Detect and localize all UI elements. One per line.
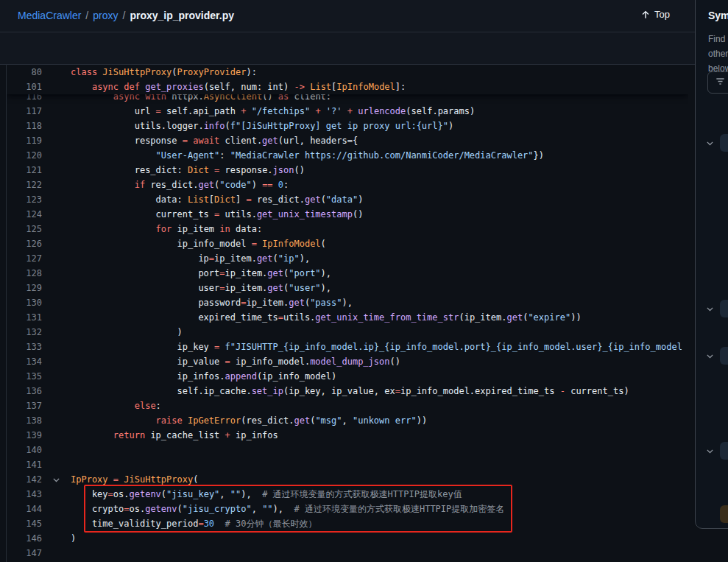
code-text <box>71 443 688 457</box>
line-number[interactable]: 143 <box>7 487 42 502</box>
code-text: for ip_item in data: <box>71 222 688 236</box>
line-expander-gutter <box>42 222 71 236</box>
line-number[interactable]: 123 <box>7 192 42 207</box>
symbols-panel: Symbols Find definitions and references … <box>695 0 728 529</box>
line-expander-gutter <box>42 266 71 281</box>
line-expander-gutter <box>42 251 71 266</box>
code-line: 144 crypto=os.getenv("jisu_crypto", ""),… <box>7 502 688 516</box>
code-line: 142IpProxy = JiSuHttpProxy( <box>7 472 688 487</box>
breadcrumb-separator: / <box>118 10 130 21</box>
line-number[interactable]: 135 <box>7 369 42 384</box>
line-number[interactable]: 128 <box>7 266 42 281</box>
chevron-down-icon[interactable] <box>705 304 715 314</box>
code-text: ) <box>71 531 688 546</box>
line-expander-gutter <box>42 133 71 148</box>
line-number[interactable]: 120 <box>7 148 42 163</box>
line-number[interactable]: 145 <box>7 516 42 531</box>
line-number[interactable]: 131 <box>7 310 42 325</box>
back-to-top-label: Top <box>654 9 670 20</box>
code-text: data: List[Dict] = res_dict.get("data") <box>71 192 688 207</box>
line-number[interactable]: 140 <box>7 443 42 457</box>
code-text: self.ip_cache.set_ip(ip_key, ip_value, e… <box>71 384 688 398</box>
line-expander-gutter <box>42 192 71 207</box>
line-number[interactable]: 136 <box>7 384 42 398</box>
line-number[interactable]: 125 <box>7 222 42 236</box>
code-line: 127 ip=ip_item.get("ip"), <box>7 251 688 266</box>
breadcrumb-folder-link[interactable]: proxy <box>93 10 118 21</box>
line-number[interactable]: 134 <box>7 354 42 369</box>
line-number[interactable]: 101 <box>7 80 42 94</box>
line-number[interactable]: 144 <box>7 502 42 516</box>
line-number[interactable]: 126 <box>7 236 42 251</box>
code-text: expired_time_ts=utils.get_unix_time_from… <box>71 310 688 325</box>
line-number[interactable]: 132 <box>7 325 42 340</box>
code-text: response = await client.get(url, headers… <box>71 133 688 148</box>
line-number[interactable]: 119 <box>7 133 42 148</box>
code-line: 132 ) <box>7 325 688 340</box>
github-code-view: MediaCrawler/proxy/proxy_ip_provider.py … <box>0 0 728 562</box>
collapse-chevron-icon[interactable] <box>42 472 71 487</box>
line-expander-gutter <box>42 340 71 354</box>
line-expander-gutter <box>42 80 71 94</box>
line-number[interactable]: 118 <box>7 119 42 133</box>
breadcrumb-separator: / <box>81 10 93 21</box>
line-number[interactable]: 141 <box>7 457 42 472</box>
chevron-down-icon[interactable] <box>705 138 715 148</box>
code-viewer: 116 async with httpx.AsyncClient() as cl… <box>6 65 688 562</box>
symbol-tree-item[interactable] <box>720 505 728 523</box>
code-line: 138 raise IpGetError(res_dict.get("msg",… <box>7 413 688 428</box>
breadcrumb-repo-link[interactable]: MediaCrawler <box>18 10 81 21</box>
chevron-down-icon[interactable] <box>705 446 715 456</box>
symbol-chip[interactable] <box>720 300 728 317</box>
line-expander-gutter <box>42 163 71 178</box>
line-expander-gutter <box>42 398 71 413</box>
line-number[interactable]: 117 <box>7 104 42 119</box>
line-number[interactable]: 138 <box>7 413 42 428</box>
line-number[interactable]: 129 <box>7 281 42 295</box>
symbol-tree-item[interactable] <box>705 347 728 365</box>
symbol-chip[interactable] <box>720 442 728 460</box>
symbol-tree-item[interactable] <box>705 134 728 152</box>
line-expander-gutter <box>42 104 71 119</box>
line-number[interactable]: 133 <box>7 340 42 354</box>
line-number[interactable]: 80 <box>7 65 42 80</box>
line-number[interactable]: 121 <box>7 163 42 178</box>
code-line: 126 ip_info_model = IpInfoModel( <box>7 236 688 251</box>
line-expander-gutter <box>42 369 71 384</box>
line-number[interactable]: 122 <box>7 178 42 192</box>
code-text: utils.logger.info(f"[JiSuHttpProxy] get … <box>71 119 688 133</box>
line-expander-gutter <box>42 516 71 531</box>
code-lines: 116 async with httpx.AsyncClient() as cl… <box>7 65 688 561</box>
symbol-tree-item[interactable] <box>705 442 728 460</box>
code-line: 120 "User-Agent": "MediaCrawler https://… <box>7 148 688 163</box>
code-text: password=ip_item.get("pass"), <box>71 295 688 310</box>
line-number[interactable]: 130 <box>7 295 42 310</box>
code-text: return ip_cache_list + ip_infos <box>71 428 688 443</box>
line-number[interactable]: 146 <box>7 531 42 546</box>
chevron-down-icon[interactable] <box>705 351 715 361</box>
line-expander-gutter <box>42 428 71 443</box>
line-number[interactable]: 142 <box>7 472 42 487</box>
symbols-panel-description: Find definitions and references for func… <box>708 32 728 76</box>
line-number[interactable]: 137 <box>7 398 42 413</box>
code-text: async def get_proxies(self, num: int) ->… <box>71 80 688 94</box>
line-number[interactable]: 147 <box>7 546 42 561</box>
symbol-chip[interactable] <box>720 505 728 523</box>
line-number[interactable]: 139 <box>7 428 42 443</box>
line-expander-gutter <box>42 413 71 428</box>
back-to-top-button[interactable]: Top <box>640 9 670 20</box>
symbol-tree-item[interactable] <box>705 300 728 317</box>
code-text: ) <box>71 325 688 340</box>
symbols-filter-button[interactable] <box>707 71 728 94</box>
line-number[interactable]: 127 <box>7 251 42 266</box>
code-text: class JiSuHttpProxy(ProxyProvider): <box>71 65 688 80</box>
symbol-chip[interactable] <box>720 134 728 152</box>
line-number[interactable]: 124 <box>7 207 42 222</box>
line-expander-gutter <box>42 65 71 80</box>
code-line: 128 port=ip_item.get("port"), <box>7 266 688 281</box>
line-expander-gutter <box>42 354 71 369</box>
symbol-chip[interactable] <box>720 347 728 365</box>
line-expander-gutter <box>42 546 71 561</box>
code-line: 136 self.ip_cache.set_ip(ip_key, ip_valu… <box>7 384 688 398</box>
line-expander-gutter <box>42 281 71 295</box>
